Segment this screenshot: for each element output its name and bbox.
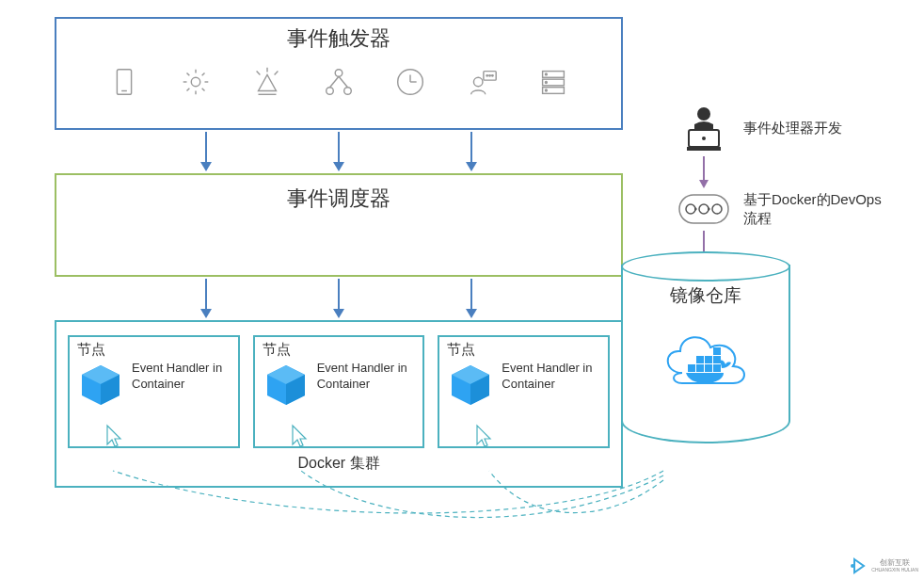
svg-marker-35: [200, 162, 212, 171]
svg-marker-37: [333, 162, 344, 171]
scheduler-title: 事件调度器: [287, 185, 390, 213]
svg-point-27: [492, 75, 494, 77]
svg-point-15: [335, 70, 343, 77]
brand-logo: 创新互联 CHUANGXIN HULIAN: [849, 556, 918, 576]
arrow-down-icon: [463, 130, 480, 173]
svg-point-16: [327, 88, 334, 95]
svg-rect-77: [705, 356, 712, 363]
node-box: 节点 Event Handler in Container: [253, 335, 425, 448]
right-column: 事件处理器开发 基于Docker的DevOps流程 镜像仓库: [677, 102, 913, 443]
svg-line-9: [187, 89, 190, 91]
arrow-down-icon: [198, 277, 215, 320]
main-column: 事件触发器 事件调度器 节点 Event Handler: [55, 17, 623, 488]
svg-marker-63: [699, 180, 709, 188]
svg-marker-41: [200, 309, 212, 318]
developer-item: 事件处理器开发: [677, 102, 842, 154]
svg-point-58: [697, 107, 710, 121]
mirror-repo-cylinder: 镜像仓库: [621, 265, 790, 443]
svg-marker-49: [107, 426, 120, 446]
cursor-icon: [475, 424, 492, 452]
trigger-icons-row: [106, 64, 571, 104]
svg-point-2: [191, 77, 200, 87]
server-icon: [535, 64, 571, 104]
svg-rect-72: [688, 364, 695, 372]
svg-point-80: [851, 564, 854, 568]
svg-rect-64: [679, 195, 728, 223]
scheduler-box: 事件调度器: [55, 173, 623, 277]
node-label: 节点: [263, 341, 416, 359]
gear-icon: [178, 64, 214, 104]
developer-icon: [677, 102, 730, 154]
svg-rect-78: [713, 356, 721, 363]
brand-sub: CHUANGXIN HULIAN: [871, 568, 918, 572]
svg-line-12: [275, 72, 279, 75]
svg-marker-45: [466, 309, 477, 318]
cluster-label: Docker 集群: [68, 454, 610, 474]
svg-line-7: [187, 73, 190, 76]
svg-marker-39: [466, 162, 477, 171]
docker-cloud-icon: [654, 321, 757, 400]
cube-icon: [263, 361, 310, 408]
svg-point-26: [489, 75, 491, 77]
graph-icon: [321, 64, 357, 104]
svg-point-25: [486, 75, 488, 77]
arrows-scheduler-to-cluster: [55, 277, 623, 320]
docker-cluster-box: 节点 Event Handler in Container 节点 Event H…: [55, 320, 623, 488]
svg-rect-76: [696, 356, 704, 363]
svg-point-32: [545, 82, 547, 84]
cube-icon: [77, 361, 124, 408]
svg-point-23: [473, 77, 483, 87]
svg-line-10: [202, 73, 205, 76]
trigger-title: 事件触发器: [287, 24, 390, 53]
devops-text: 基于Docker的DevOps流程: [743, 190, 884, 229]
cursor-icon: [105, 424, 122, 452]
arrow-down-icon: [330, 130, 347, 173]
node-text: Event Handler in Container: [502, 361, 600, 393]
logo-icon: [849, 556, 869, 576]
svg-line-8: [202, 89, 205, 91]
svg-point-31: [545, 73, 547, 75]
node-text: Event Handler in Container: [132, 361, 231, 393]
svg-line-11: [257, 72, 261, 75]
svg-line-19: [339, 76, 348, 87]
cube-icon: [447, 361, 494, 408]
devops-item: 基于Docker的DevOps流程: [677, 190, 884, 229]
svg-rect-74: [705, 364, 712, 372]
svg-marker-53: [293, 426, 306, 446]
clock-icon: [392, 64, 428, 104]
cursor-icon: [291, 424, 308, 452]
arrow-down-icon: [677, 154, 730, 190]
arrow-down-icon: [330, 277, 347, 320]
node-box: 节点 Event Handler in Container: [438, 335, 610, 448]
nodes-row: 节点 Event Handler in Container 节点 Event H…: [68, 335, 610, 448]
svg-rect-75: [713, 364, 721, 372]
phone-icon: [106, 64, 142, 104]
developer-text: 事件处理器开发: [743, 119, 842, 137]
svg-marker-43: [333, 309, 344, 318]
logo-text: 创新互联 CHUANGXIN HULIAN: [871, 559, 918, 572]
arrow-down-icon: [198, 130, 215, 173]
svg-point-17: [344, 88, 352, 95]
node-box: 节点 Event Handler in Container: [68, 335, 240, 448]
node-text: Event Handler in Container: [317, 361, 416, 393]
mirror-title: 镜像仓库: [670, 283, 741, 308]
node-label: 节点: [447, 341, 600, 359]
event-trigger-box: 事件触发器: [55, 17, 623, 130]
svg-point-33: [545, 89, 547, 91]
alert-icon: [249, 64, 285, 104]
svg-rect-79: [713, 347, 721, 355]
chat-user-icon: [464, 64, 500, 104]
pipeline-icon: [677, 193, 730, 225]
arrows-trigger-to-scheduler: [55, 130, 623, 173]
svg-point-61: [702, 137, 706, 140]
arrow-down-icon: [463, 277, 480, 320]
svg-rect-73: [696, 364, 704, 372]
svg-marker-57: [477, 426, 490, 446]
svg-rect-60: [687, 147, 721, 151]
svg-line-18: [330, 76, 340, 87]
node-label: 节点: [77, 341, 231, 359]
